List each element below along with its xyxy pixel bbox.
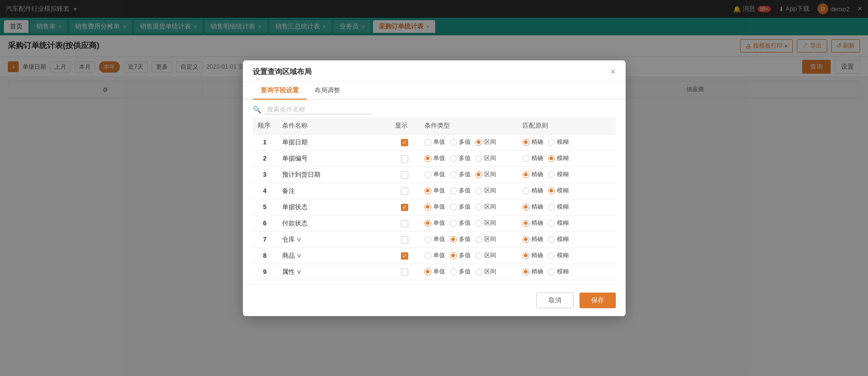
radio-type-range-7[interactable]: 区间 (475, 235, 496, 243)
table-header-row: 顺序 条件名称 显示 条件类型 匹配原则 (253, 117, 616, 134)
radio-match-fuzzy-8[interactable]: 模糊 (548, 251, 569, 260)
cell-order-8: 8 (253, 247, 277, 264)
th-display: 显示 (390, 117, 420, 134)
dialog-table-wrap: 顺序 条件名称 显示 条件类型 匹配原则 1单据日期单值多值区间精确模糊2单据编… (243, 117, 626, 284)
checkbox-display-2[interactable] (401, 155, 408, 162)
cancel-button[interactable]: 取消 (536, 293, 574, 308)
cell-display-9[interactable] (390, 264, 420, 280)
radio-type-multi-3[interactable]: 多值 (450, 170, 471, 179)
cell-display-5[interactable] (390, 199, 420, 215)
table-row: 9属性 ∨单值多值区间精确模糊 (253, 264, 616, 280)
dialog-tab-layout-label: 布局调整 (315, 86, 340, 94)
radio-match-exact-7[interactable]: 精确 (523, 235, 543, 243)
radio-type-single-5[interactable]: 单值 (424, 203, 445, 211)
dialog-tab-layout[interactable]: 布局调整 (307, 82, 348, 100)
radio-match-exact-9[interactable]: 精确 (523, 268, 543, 276)
checkbox-display-7[interactable] (401, 236, 408, 243)
radio-match-exact-3[interactable]: 精确 (523, 170, 543, 179)
radio-match-fuzzy-6[interactable]: 模糊 (548, 219, 569, 227)
radio-type-multi-9[interactable]: 多值 (450, 268, 471, 276)
radio-type-multi-4[interactable]: 多值 (450, 187, 471, 195)
radio-type-single-3[interactable]: 单值 (424, 170, 445, 179)
cell-name-8: 商品 ∨ (277, 247, 390, 264)
th-order: 顺序 (253, 117, 277, 134)
radio-type-range-3[interactable]: 区间 (475, 170, 496, 179)
radio-type-range-8[interactable]: 区间 (475, 251, 496, 260)
radio-match-exact-4[interactable]: 精确 (523, 187, 543, 195)
cell-display-10[interactable] (390, 280, 420, 284)
radio-match-exact-5[interactable]: 精确 (523, 203, 543, 211)
radio-type-single-6[interactable]: 单值 (424, 219, 445, 227)
checkbox-display-4[interactable] (401, 188, 408, 195)
checkbox-display-6[interactable] (401, 220, 408, 227)
radio-match-fuzzy-2[interactable]: 模糊 (548, 154, 569, 162)
cell-name-6: 付款状态 (277, 215, 390, 231)
checkbox-display-3[interactable] (401, 171, 408, 179)
radio-type-multi-5[interactable]: 多值 (450, 203, 471, 211)
radio-type-range-4[interactable]: 区间 (475, 187, 496, 195)
save-label: 保存 (591, 296, 604, 304)
search-input[interactable] (264, 105, 372, 114)
cell-order-5: 5 (253, 199, 277, 215)
radio-type-multi-2[interactable]: 多值 (450, 154, 471, 162)
cell-display-3[interactable] (390, 166, 420, 183)
radio-match-fuzzy-5[interactable]: 模糊 (548, 203, 569, 211)
radio-type-single-8[interactable]: 单值 (424, 251, 445, 260)
cell-type-9: 单值多值区间 (420, 264, 518, 280)
radio-match-exact-6[interactable]: 精确 (523, 219, 543, 227)
cell-name-1: 单据日期 (277, 134, 390, 150)
search-icon: 🔍 (253, 106, 261, 113)
cell-name-5: 单据状态 (277, 199, 390, 215)
checkbox-display-5[interactable] (401, 204, 408, 211)
cell-name-3: 预计到货日期 (277, 166, 390, 183)
radio-type-single-9[interactable]: 单值 (424, 268, 445, 276)
cell-display-1[interactable] (390, 134, 420, 150)
radio-type-range-2[interactable]: 区间 (475, 154, 496, 162)
radio-match-fuzzy-1[interactable]: 模糊 (548, 138, 569, 146)
radio-type-multi-1[interactable]: 多值 (450, 138, 471, 146)
cell-name-9: 属性 ∨ (277, 264, 390, 280)
cell-match-10: 精确模糊 (518, 280, 616, 284)
radio-type-single-1[interactable]: 单值 (424, 138, 445, 146)
radio-type-multi-6[interactable]: 多值 (450, 219, 471, 227)
save-button[interactable]: 保存 (579, 293, 616, 308)
cell-order-9: 9 (253, 264, 277, 280)
radio-type-range-1[interactable]: 区间 (475, 138, 496, 146)
radio-match-exact-1[interactable]: 精确 (523, 138, 543, 146)
radio-type-range-5[interactable]: 区间 (475, 203, 496, 211)
cell-display-7[interactable] (390, 231, 420, 247)
cell-type-1: 单值多值区间 (420, 134, 518, 150)
checkbox-display-9[interactable] (401, 269, 408, 276)
cell-order-1: 1 (253, 134, 277, 150)
radio-type-single-2[interactable]: 单值 (424, 154, 445, 162)
cell-display-2[interactable] (390, 150, 420, 166)
radio-type-multi-7[interactable]: 多值 (450, 235, 471, 243)
cell-display-8[interactable] (390, 247, 420, 264)
checkbox-display-8[interactable] (401, 252, 408, 260)
radio-type-single-7[interactable]: 单值 (424, 235, 445, 243)
radio-match-fuzzy-7[interactable]: 模糊 (548, 235, 569, 243)
cell-order-2: 2 (253, 150, 277, 166)
dialog-tabs: 查询字段设置 布局调整 (243, 82, 626, 100)
cell-display-6[interactable] (390, 215, 420, 231)
radio-match-exact-2[interactable]: 精确 (523, 154, 543, 162)
table-row: 3预计到货日期单值多值区间精确模糊 (253, 166, 616, 183)
dialog-tab-fields[interactable]: 查询字段设置 (253, 82, 307, 100)
radio-type-range-9[interactable]: 区间 (475, 268, 496, 276)
radio-match-exact-8[interactable]: 精确 (523, 251, 543, 260)
cell-order-6: 6 (253, 215, 277, 231)
radio-match-fuzzy-9[interactable]: 模糊 (548, 268, 569, 276)
radio-match-fuzzy-4[interactable]: 模糊 (548, 187, 569, 195)
cell-type-5: 单值多值区间 (420, 199, 518, 215)
radio-type-single-4[interactable]: 单值 (424, 187, 445, 195)
cell-display-4[interactable] (390, 183, 420, 199)
radio-match-fuzzy-3[interactable]: 模糊 (548, 170, 569, 179)
cell-name-7: 仓库 ∨ (277, 231, 390, 247)
dialog-close-button[interactable]: × (610, 67, 616, 76)
checkbox-display-1[interactable] (401, 139, 408, 146)
dialog-search-area: 🔍 (243, 100, 626, 117)
cell-type-8: 单值多值区间 (420, 247, 518, 264)
radio-type-multi-8[interactable]: 多值 (450, 251, 471, 260)
radio-type-range-6[interactable]: 区间 (475, 219, 496, 227)
table-row: 2单据编号单值多值区间精确模糊 (253, 150, 616, 166)
